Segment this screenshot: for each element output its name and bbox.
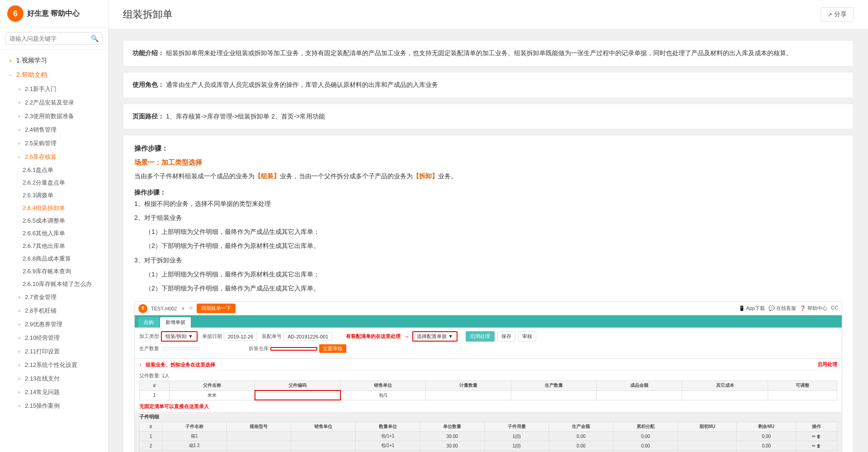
sim-form-area: 加工类型 组装/拆卸 ▼ 单据日期 2019-12-26 装配单号 AD-201…: [135, 328, 842, 359]
sidebar-item-263[interactable]: 2.6.3调拨单: [0, 189, 108, 202]
steps-block: 操作步骤： 场景一：加工类型选择 当由多个子件材料组装成一个成品的业务为【组装】…: [123, 135, 854, 452]
intro-label: 功能介绍：: [132, 49, 164, 57]
step3: 3、对于拆卸业务: [134, 255, 842, 266]
step2: 2、对于组装业务: [134, 212, 842, 224]
role-text: 通常由生产人员或库管人员完成拆装业务的操作，库管人员确认原材料的出库和产成品的入…: [166, 81, 438, 88]
sim-confirm-btn[interactable]: 立案审核: [319, 344, 346, 353]
sim-type-select[interactable]: 组装/拆卸 ▼: [161, 331, 198, 342]
sim-parent-code-cell[interactable]: [255, 390, 340, 400]
expand-icon-27: ＋: [16, 293, 22, 301]
path-card: 页面路径： 1、库存核算->库存管理->组装拆卸单 2、首页->常用功能: [123, 104, 854, 130]
sim-tab-new[interactable]: 新增单据: [160, 317, 191, 328]
sidebar-item-268[interactable]: 2.6.8商品成本重算: [0, 252, 108, 265]
sidebar-item-214[interactable]: ＋ 2.14常见问题: [0, 385, 108, 399]
sim-refresh-btn[interactable]: 同期账单一下: [197, 304, 236, 313]
search-area: 🔍: [0, 28, 108, 50]
sidebar-item-267[interactable]: 2.6.7其他出库单: [0, 240, 108, 252]
expand-icon: ＋: [7, 57, 14, 64]
sidebar-item-266[interactable]: 2.6.6其他入库单: [0, 227, 108, 240]
step3-1: （1）上部明细为父件明细，最终作为原材料生成其它出库单；: [145, 269, 842, 280]
sim-fill-annotation-row: 无固定清单可以直接在这里录入: [135, 402, 842, 412]
th-product-amt: 成品金额: [597, 381, 682, 391]
sidebar-item-27[interactable]: ＋ 2.7资金管理: [0, 290, 108, 304]
sim-review-btn[interactable]: 审核: [518, 331, 536, 342]
sidebar-item-26[interactable]: － 2.6库存核算: [0, 150, 108, 164]
sidebar-item-25[interactable]: ＋ 2.5采购管理: [0, 137, 108, 150]
sidebar-item-264[interactable]: 2.6.4组装拆卸单: [0, 202, 108, 214]
sidebar-item-265[interactable]: 2.6.5成本调整单: [0, 214, 108, 227]
sim-top-bar: 6 TEST-H002 ▼ ⟳ 同期账单一下 📱 App下载 💬 在线客服 ❓ …: [135, 302, 842, 315]
path-label: 页面路径：: [132, 113, 164, 120]
sim-qty-input[interactable]: [163, 347, 200, 350]
expand-icon-213: ＋: [16, 375, 22, 383]
content-area: 功能介绍： 组装拆卸单用来处理企业组装或拆卸等加工业务，支持有固定装配清单的产品…: [108, 29, 868, 452]
table-row: 1 箱1 包/1+1 30.00 1(0) 0.00 0.00: [140, 432, 837, 441]
sidebar-item-23[interactable]: ＋ 2.3使用前数据准备: [0, 109, 108, 123]
sidebar-item-215[interactable]: ＋ 2.15操作案例: [0, 399, 108, 413]
sidebar-item-212[interactable]: ＋ 2.12系统个性化设置: [0, 358, 108, 372]
highlight-assemble: 【组装】: [255, 172, 280, 180]
sim-tab-purchase[interactable]: 自购: [138, 317, 159, 328]
sidebar-item-211[interactable]: ＋ 2.11打印设置: [0, 345, 108, 358]
th-parent-name: 父件名称: [170, 381, 255, 391]
sidebar-item-29[interactable]: ＋ 2.9优惠券管理: [0, 318, 108, 331]
sidebar: 6 好生意 帮助中心 🔍 ＋ 1.视频学习 － 2.帮助文档 ＋ 2: [0, 0, 108, 452]
sidebar-item-22[interactable]: ＋ 2.2产品安装及登录: [0, 96, 108, 109]
sim-process-btn[interactable]: 启用处理: [466, 331, 495, 342]
sim-save-btn[interactable]: 保存: [497, 331, 515, 342]
expand-icon-28: ＋: [16, 307, 22, 315]
sidebar-item-24[interactable]: ＋ 2.4销售管理: [0, 123, 108, 137]
intro-card: 功能介绍： 组装拆卸单用来处理企业组装或拆卸等加工业务，支持有固定装配清单的产品…: [123, 40, 854, 67]
sim-date-field: 单据日期 2019-12-26: [202, 333, 257, 341]
nav-section-2: － 2.帮助文档 ＋ 2.1新手入门 ＋ 2.2产品安装及登录 ＋ 2.3使用前…: [0, 68, 108, 413]
table-row: 3: [140, 451, 837, 452]
collapse-icon: －: [7, 72, 14, 78]
search-icon[interactable]: 🔍: [91, 35, 99, 42]
sidebar-item-210[interactable]: ＋ 2.10经营管理: [0, 331, 108, 345]
table-row: 2 箱1 2 包/1+1 30.00 1(0) 0.00 0.00: [140, 441, 837, 451]
sim-warehouse-input[interactable]: [270, 347, 317, 351]
search-box[interactable]: 🔍: [5, 32, 103, 45]
highlight-disassemble: 【拆卸】: [413, 172, 438, 180]
scenario1-label: 场景一：加工类型选择: [134, 158, 842, 167]
sim-order-input[interactable]: AD-20191226-001: [283, 333, 332, 341]
sidebar-item-269[interactable]: 2.6.9库存账本查询: [0, 265, 108, 278]
annotation-process-label: 启用处理: [817, 361, 837, 368]
sim-lower-table-area: 子件明细 # 子件名称 规格型号 销售单位 数量单位 单位数量: [135, 412, 842, 452]
th-parent-code: 父件编码: [255, 381, 340, 391]
search-input[interactable]: [9, 35, 91, 42]
expand-icon-212: ＋: [16, 361, 22, 369]
sim-config-select[interactable]: 选择配置单据 ▼: [412, 331, 458, 342]
share-button[interactable]: ↗ 分享: [821, 7, 854, 22]
sidebar-item-21[interactable]: ＋ 2.1新手入门: [0, 82, 108, 96]
expand-icon-22: ＋: [16, 99, 22, 107]
th-adjustable: 可调整: [768, 381, 837, 391]
annotation-config: 有装配清单的在这里处理: [346, 333, 401, 340]
expand-icon-211: ＋: [16, 347, 22, 356]
sim-date-input[interactable]: 2019-12-26: [224, 333, 257, 341]
expand-icon-215: ＋: [16, 402, 22, 410]
sim-top-icons: 📱 App下载 💬 在线客服 ❓ 帮助中心 CC: [739, 305, 838, 312]
expand-icon-214: ＋: [16, 388, 22, 396]
step2-2: （2）下部明细为子件明细，最终作为原材料生成其它出库单。: [145, 240, 842, 252]
sidebar-item-213[interactable]: ＋ 2.13在线支付: [0, 372, 108, 385]
ops-label: 操作步骤：: [134, 144, 842, 153]
expand-icon-23: ＋: [16, 112, 22, 120]
sidebar-item-262[interactable]: 2.6.2分量盘点单: [0, 176, 108, 189]
sidebar-item-help-docs[interactable]: － 2.帮助文档: [0, 68, 108, 82]
sim-upper-table: # 父件名称 父件编码 销售单位 计量数量 生产数量 成品金额 其它成本 可调整: [139, 381, 837, 400]
table-row: 1 米米 包/1: [140, 390, 837, 400]
sidebar-item-28[interactable]: ＋ 2.8手机旺铺: [0, 304, 108, 318]
sidebar-item-261[interactable]: 2.6.1盘点单: [0, 164, 108, 176]
logo-text: 好生意 帮助中心: [27, 9, 80, 19]
th-num: #: [140, 381, 170, 391]
intro-text: 组装拆卸单用来处理企业组装或拆卸等加工业务，支持有固定装配清单的产品加工业务，也…: [166, 49, 793, 57]
logo-area: 6 好生意 帮助中心: [0, 0, 108, 28]
share-icon: ↗: [827, 11, 832, 18]
sim-qty-row: 生产数量 折算仓库 立案审核: [139, 344, 837, 353]
th-prod-qty: 生产数量: [511, 381, 597, 391]
sim-order-field: 装配单号 AD-20191226-001: [262, 333, 332, 341]
sim-lower-table: # 子件名称 规格型号 销售单位 数量单位 单位数量 子件用量 生产金额 累积分…: [139, 422, 837, 452]
sidebar-item-2610[interactable]: 2.6.10库存账本错了怎么办: [0, 278, 108, 290]
sidebar-item-video[interactable]: ＋ 1.视频学习: [0, 53, 108, 68]
